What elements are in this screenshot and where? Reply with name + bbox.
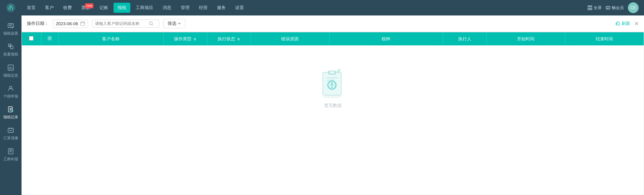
th-customer: 客户名称 bbox=[58, 32, 163, 45]
th-error: 错误原因 bbox=[251, 32, 329, 45]
avatar[interactable]: CE bbox=[628, 2, 639, 13]
filter-label: 筛选 bbox=[168, 21, 176, 27]
nav-item-settings[interactable]: 设置 bbox=[231, 3, 248, 13]
sidebar-item-tax-records[interactable]: 报税记录 bbox=[0, 102, 22, 123]
sidebar-label-tax-settings: 报税设置 bbox=[3, 31, 18, 36]
th-status[interactable]: 执行状态 ⇅ bbox=[207, 32, 251, 45]
th-starttime: 开始时间 bbox=[486, 32, 565, 45]
annual-report-icon bbox=[7, 147, 15, 155]
app-logo bbox=[5, 2, 16, 13]
fullscreen-label: 全屏 bbox=[594, 5, 602, 11]
batch-tax-icon bbox=[7, 42, 15, 50]
th-executor: 执行人 bbox=[443, 32, 486, 45]
sidebar-item-personal-tax[interactable]: 个税申报 bbox=[0, 81, 22, 102]
filter-button[interactable]: 筛选 bbox=[163, 19, 185, 28]
refresh-label: 刷新 bbox=[621, 21, 630, 27]
tax-records-icon bbox=[7, 105, 15, 113]
nav-items: 首页客户收费票据new记账报税工商项目消息管理经营服务设置 bbox=[23, 3, 588, 13]
search-input[interactable] bbox=[95, 21, 149, 26]
svg-rect-28 bbox=[326, 77, 338, 78]
chevron-down-icon bbox=[178, 22, 181, 25]
th-taxtype: 税种 bbox=[329, 32, 443, 45]
sidebar-label-settlement: 汇算清缴 bbox=[3, 135, 18, 140]
main-table: 客户名称 操作类型 ⇅ 执行状态 ⇅ 错误原因 bbox=[22, 32, 644, 129]
nav-item-operation[interactable]: 经营 bbox=[195, 3, 212, 13]
nav-item-home[interactable]: 首页 bbox=[23, 3, 40, 13]
calendar-icon bbox=[80, 21, 85, 26]
th-settings bbox=[41, 32, 58, 45]
empty-state: 暂无数据 bbox=[22, 45, 644, 129]
nav-item-service[interactable]: 服务 bbox=[213, 3, 230, 13]
content-area: 操作日期： 2023-06-06 筛选 bbox=[22, 15, 644, 195]
right-actions: 全屏 畅会员 CE bbox=[588, 2, 639, 13]
sort-status-icon: ⇅ bbox=[237, 37, 240, 41]
toolbar: 操作日期： 2023-06-06 筛选 bbox=[22, 15, 644, 32]
table-header-row: 客户名称 操作类型 ⇅ 执行状态 ⇅ 错误原因 bbox=[22, 32, 644, 45]
sidebar: 报税设置 批量报税 报税总览 个税申报 报税记录 汇算清缴 bbox=[0, 15, 22, 195]
main-layout: 报税设置 批量报税 报税总览 个税申报 报税记录 汇算清缴 bbox=[0, 15, 644, 195]
search-box[interactable] bbox=[92, 20, 159, 28]
svg-rect-24 bbox=[330, 71, 335, 74]
search-icon bbox=[149, 21, 154, 26]
nav-item-manage[interactable]: 管理 bbox=[177, 3, 194, 13]
sidebar-item-settlement[interactable]: 汇算清缴 bbox=[0, 123, 22, 144]
sort-optype-icon: ⇅ bbox=[194, 37, 196, 41]
nav-item-fees[interactable]: 收费 bbox=[59, 3, 76, 13]
sidebar-label-tax-summary: 报税总览 bbox=[3, 73, 18, 78]
table-container: 客户名称 操作类型 ⇅ 执行状态 ⇅ 错误原因 bbox=[22, 32, 644, 195]
sidebar-item-tax-settings[interactable]: 报税设置 bbox=[0, 18, 22, 39]
tax-settings-icon bbox=[7, 22, 15, 30]
nav-item-customer[interactable]: 客户 bbox=[41, 3, 58, 13]
th-endtime: 结束时间 bbox=[565, 32, 644, 45]
member-button[interactable]: 畅会员 bbox=[606, 5, 624, 11]
svg-point-30 bbox=[323, 95, 341, 98]
svg-point-18 bbox=[49, 37, 51, 39]
date-value: 2023-06-06 bbox=[56, 21, 78, 26]
close-button[interactable]: ✕ bbox=[634, 21, 639, 27]
nav-item-bookkeeping[interactable]: 记账 bbox=[95, 3, 112, 13]
select-all-checkbox[interactable] bbox=[29, 36, 34, 41]
sidebar-label-annual-report: 工商年报 bbox=[3, 157, 18, 161]
svg-rect-1 bbox=[588, 6, 590, 7]
svg-point-27 bbox=[331, 87, 332, 88]
nav-item-business[interactable]: 工商项目 bbox=[132, 3, 157, 13]
settlement-icon bbox=[7, 126, 15, 134]
date-input[interactable]: 2023-06-06 bbox=[53, 20, 88, 28]
fullscreen-button[interactable]: 全屏 bbox=[588, 5, 602, 11]
top-navigation: 首页客户收费票据new记账报税工商项目消息管理经营服务设置 全屏 畅会员 CE bbox=[0, 0, 644, 15]
nav-badge-invoice: new bbox=[85, 3, 93, 8]
th-checkbox bbox=[22, 32, 41, 45]
nav-item-tax[interactable]: 报税 bbox=[114, 3, 130, 13]
svg-rect-3 bbox=[588, 8, 590, 10]
th-optype[interactable]: 操作类型 ⇅ bbox=[163, 32, 207, 45]
member-label: 畅会员 bbox=[612, 5, 624, 11]
refresh-button[interactable]: 刷新 bbox=[615, 21, 630, 27]
sidebar-label-tax-records: 报税记录 bbox=[3, 115, 18, 119]
empty-state-row: 暂无数据 bbox=[22, 45, 644, 129]
svg-rect-2 bbox=[590, 6, 592, 7]
personal-tax-icon bbox=[7, 84, 15, 92]
svg-rect-29 bbox=[326, 80, 335, 81]
nav-item-message[interactable]: 消息 bbox=[159, 3, 175, 13]
sidebar-item-tax-summary[interactable]: 报税总览 bbox=[0, 60, 22, 81]
empty-illustration bbox=[316, 66, 350, 103]
sidebar-item-annual-report[interactable]: 工商年报 bbox=[0, 144, 22, 165]
tax-summary-icon bbox=[7, 64, 15, 72]
refresh-icon bbox=[615, 21, 620, 26]
date-label: 操作日期： bbox=[27, 21, 49, 27]
sidebar-label-batch-tax: 批量报税 bbox=[3, 52, 18, 56]
settings-icon[interactable] bbox=[47, 36, 52, 41]
sidebar-item-batch-tax[interactable]: 批量报税 bbox=[0, 39, 22, 60]
empty-text: 暂无数据 bbox=[324, 103, 342, 109]
nav-item-invoice[interactable]: 票据new bbox=[77, 3, 94, 13]
svg-rect-15 bbox=[8, 149, 13, 154]
svg-rect-4 bbox=[590, 8, 592, 10]
svg-rect-16 bbox=[81, 22, 85, 26]
sidebar-label-personal-tax: 个税申报 bbox=[3, 94, 18, 99]
